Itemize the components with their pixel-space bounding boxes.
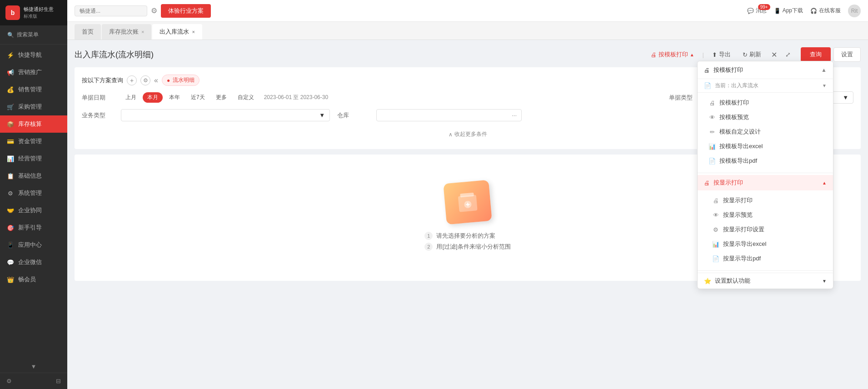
logo-tag: 标准版: [24, 13, 54, 20]
user-avatar[interactable]: Rit: [848, 5, 861, 17]
customer-service-button[interactable]: 🎧 在线客服: [810, 7, 841, 15]
date-opt-more[interactable]: 更多: [211, 92, 231, 103]
logo-name: 畅捷通好生意: [24, 6, 54, 13]
sidebar-settings-icon[interactable]: ⚙: [6, 378, 12, 384]
display-export-excel-item[interactable]: 📊 按显示导出excel: [698, 237, 833, 251]
sidebar-item-apps[interactable]: 📱 应用中心: [0, 236, 67, 254]
message-badge: 99+: [758, 4, 770, 10]
sidebar-item-inventory[interactable]: 📦 库存核算: [0, 115, 67, 133]
sidebar-toggle-icon[interactable]: ⊟: [56, 378, 61, 384]
sidebar-item-finance[interactable]: 💳 资金管理: [0, 133, 67, 150]
empty-step-2: 2 用[过滤]条件来缩小分析范围: [424, 243, 510, 251]
empty-illustration: [443, 180, 492, 224]
template-export-excel-item[interactable]: 📊 按模板导出excel: [698, 139, 833, 154]
display-print-section: 🖨 按显示打印 👁 按显示预览 ⚙ 按显示打印设置 📊: [698, 190, 833, 269]
display-print-settings-item[interactable]: ⚙ 按显示打印设置: [698, 222, 833, 237]
app-logo: b 畅捷通好生意 标准版: [0, 0, 67, 25]
svg-line-4: [468, 203, 468, 206]
template-preview-item[interactable]: 👁 按模板预览: [698, 110, 833, 125]
print-template-button[interactable]: 🖨 按模板打印 ▲: [647, 49, 698, 60]
sidebar-nav: ⚡ 快捷导航 📢 营销推广 💰 销售管理 🛒 采购管理 📦 库存核算 💳 资金管…: [0, 45, 67, 360]
print-icon: 🖨: [651, 51, 657, 58]
date-opt-this-year[interactable]: 本年: [165, 92, 185, 103]
sidebar-item-basic[interactable]: 📋 基础信息: [0, 167, 67, 185]
sidebar-item-purchase[interactable]: 🛒 采购管理: [0, 98, 67, 115]
voucher-type-label: 单据类型: [669, 94, 701, 102]
wechat-icon: 💬: [6, 258, 15, 266]
tab-flow[interactable]: 出入库流水 ×: [152, 24, 202, 40]
tab-close-flow[interactable]: ×: [192, 29, 195, 35]
date-opt-last-month[interactable]: 上月: [121, 92, 141, 103]
sidebar-item-membership[interactable]: 👑 畅会员: [0, 271, 67, 288]
empty-step-1: 1 请先选择要分析的方案: [424, 232, 510, 240]
voucher-type-chevron: ▼: [843, 94, 848, 101]
apps-icon: 📱: [6, 241, 15, 249]
date-options: 上月 本月 本年 近7天 更多 自定义 2023-06-01 至 2023-06…: [121, 92, 328, 103]
settings-button[interactable]: 设置: [833, 47, 861, 62]
sidebar-item-sales[interactable]: 💰 销售管理: [0, 81, 67, 98]
date-opt-7days[interactable]: 近7天: [186, 92, 210, 103]
dropdown-header: 🖨 按模板打印 ▲: [698, 61, 833, 79]
close-icon[interactable]: ✕: [769, 49, 779, 61]
display-pdf-icon: 📄: [712, 255, 719, 262]
pdf-icon: 📄: [708, 157, 716, 165]
sidebar-item-system[interactable]: ⚙ 系统管理: [0, 185, 67, 202]
template-print-item[interactable]: 🖨 按模板打印: [698, 95, 833, 110]
tab-close-batch[interactable]: ×: [141, 29, 144, 35]
sidebar-scroll-down[interactable]: ▼: [0, 360, 67, 373]
tab-batch[interactable]: 库存批次账 ×: [102, 24, 151, 40]
current-template-icon: 📄: [704, 82, 711, 89]
app-download-button[interactable]: 📱 App下载: [774, 7, 803, 15]
dropdown-chevron-up[interactable]: ▲: [821, 67, 827, 73]
sidebar-item-wechat[interactable]: 💬 企业微信: [0, 254, 67, 271]
set-default-function[interactable]: ⭐ 设置默认功能 ▼: [698, 273, 833, 289]
display-export-pdf-item[interactable]: 📄 按显示导出pdf: [698, 251, 833, 266]
expand-icon[interactable]: ⤢: [783, 49, 793, 60]
download-icon: 📱: [774, 8, 781, 14]
date-opt-this-month[interactable]: 本月: [143, 92, 163, 103]
app-header: ⚙ 体验行业方案 💬 消息 99+ 📱 App下载 🎧 在线客服 Rit: [67, 0, 868, 22]
filter-add-button[interactable]: +: [127, 75, 137, 85]
refresh-button[interactable]: ↻ 刷新: [739, 49, 765, 60]
sidebar: b 畅捷通好生意 标准版 🔍 搜索菜单 ⚡ 快捷导航 📢 营销推广 💰 销售管理…: [0, 0, 67, 389]
tab-home[interactable]: 首页: [75, 24, 101, 40]
marketing-icon: 📢: [6, 68, 15, 76]
chevron-up-icon: ▲: [690, 52, 694, 57]
sidebar-item-quick-nav[interactable]: ⚡ 快捷导航: [0, 46, 67, 64]
export-button[interactable]: ⬆ 导出: [708, 49, 734, 60]
excel-icon: 📊: [708, 143, 716, 150]
sidebar-item-guide[interactable]: 🎯 新手引导: [0, 219, 67, 236]
sidebar-item-cooperation[interactable]: 🤝 企业协同: [0, 202, 67, 219]
page-area: 出入库流水(流水明细) 🖨 按模板打印 ▲ | ⬆ 导出 ↻ 刷新 ✕ ⤢: [67, 40, 868, 389]
business-type-select[interactable]: ▼: [121, 109, 330, 121]
empty-steps-list: 1 请先选择要分析的方案 2 用[过滤]条件来缩小分析范围: [424, 232, 510, 254]
display-print-item[interactable]: 🖨 按显示打印: [698, 193, 833, 208]
date-range-display: 2023-06-01 至 2023-06-30: [264, 94, 328, 101]
tab-bar: 首页 库存批次账 × 出入库流水 ×: [67, 22, 868, 40]
header-gear-icon[interactable]: ⚙: [151, 6, 157, 15]
sidebar-item-operations[interactable]: 📊 经营管理: [0, 150, 67, 167]
display-settings-icon: ⚙: [712, 226, 719, 233]
export-icon: ⬆: [712, 51, 717, 58]
template-customize-item[interactable]: ✏ 模板自定义设计: [698, 125, 833, 139]
message-button[interactable]: 💬 消息 99+: [747, 7, 767, 15]
template-print-section: 🖨 按模板打印 👁 按模板预览 ✏ 模板自定义设计 📊: [698, 93, 833, 171]
query-button[interactable]: 查询: [801, 47, 831, 62]
date-opt-custom[interactable]: 自定义: [233, 92, 259, 103]
filter-settings-button[interactable]: ⚙: [140, 75, 150, 85]
search-menu-button[interactable]: 🔍 搜索菜单: [5, 29, 63, 40]
display-preview-item[interactable]: 👁 按显示预览: [698, 208, 833, 222]
template-export-pdf-item[interactable]: 📄 按模板导出pdf: [698, 154, 833, 168]
display-print-section-header[interactable]: 🖨 按显示打印 ▲: [698, 175, 833, 190]
filter-collapse-icon[interactable]: «: [154, 76, 158, 85]
sidebar-search-area[interactable]: 🔍 搜索菜单: [0, 25, 67, 45]
filter-tag-dot: ●: [167, 77, 170, 84]
more-options-button[interactable]: ···: [512, 112, 517, 119]
warehouse-select[interactable]: ···: [376, 109, 522, 121]
finance-icon: 💳: [6, 137, 15, 145]
filter-tag[interactable]: ● 流水明细: [162, 75, 200, 86]
industry-solution-button[interactable]: 体验行业方案: [161, 4, 211, 18]
search-input[interactable]: [75, 5, 147, 16]
display-print-icon: 🖨: [712, 197, 719, 204]
sidebar-item-marketing[interactable]: 📢 营销推广: [0, 64, 67, 81]
